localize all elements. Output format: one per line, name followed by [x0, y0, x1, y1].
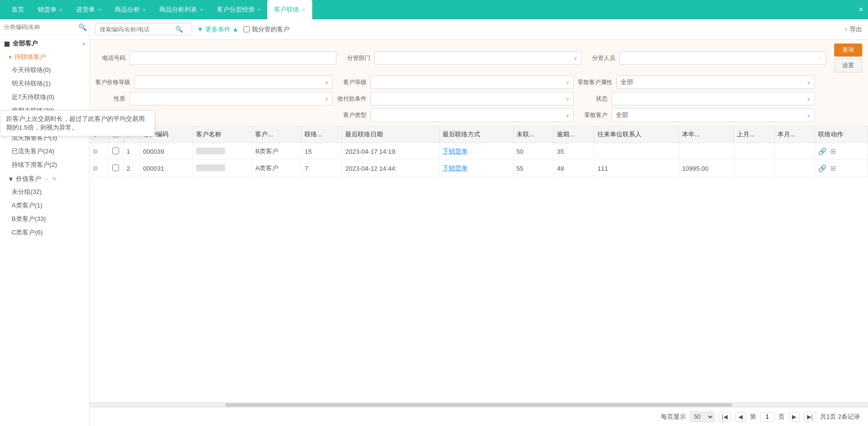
th-unit-contact: 往来单位联系人 [594, 126, 679, 143]
cell-uncontacted: 55 [513, 160, 554, 177]
table-row: ⚙1000039B类客户152023-04-17 14:19:下销货单5035🔗… [90, 143, 868, 160]
sidebar-item-unclassified[interactable]: 未分组(32) [0, 185, 89, 199]
th-this-year: 本年... [679, 126, 734, 143]
sidebar-search-input[interactable] [4, 24, 76, 30]
th-uncontacted: 未联... [513, 126, 554, 143]
cell-customer-code: 000031 [140, 160, 193, 177]
th-contact: 联络... [302, 126, 342, 143]
nature-select[interactable]: ∨ [129, 92, 333, 105]
sidebar: 🔍 ▦ 全部客户 « ▼ 待联络客户 今天待联络(0) 明天待联络(1) 近7天… [0, 19, 90, 426]
main-search-box[interactable]: 🔍 [95, 23, 192, 35]
chevron-down-icon: ··· [818, 56, 822, 61]
sidebar-item-churned[interactable]: 已流失客户(24) [0, 145, 89, 158]
cell-this-month [774, 143, 815, 160]
chevron-up-icon: ▲ [232, 26, 239, 33]
contact-method-link[interactable]: 下销货单 [442, 164, 468, 172]
price-level-select[interactable]: ∨ [134, 75, 333, 89]
anomaly-tooltip: 距客户上次交易时长，超过了此客户的平均交易周期的1.5倍，则视为异常。 [0, 110, 90, 136]
nav-product-analysis[interactable]: 商品分析 × [108, 0, 152, 19]
row-settings-icon[interactable]: ⚙ [92, 165, 98, 172]
my-customers-checkbox-container[interactable]: 我分管的客户 [244, 25, 289, 34]
th-overdue: 逾期... [554, 126, 594, 143]
last-page-button[interactable]: ▶| [804, 412, 816, 422]
action-link-icon[interactable]: 🔗 [818, 147, 826, 155]
sidebar-search-icon[interactable]: 🔍 [78, 23, 87, 31]
total-records: 共1页 2条记录 [820, 412, 860, 421]
main-search-input[interactable] [100, 26, 172, 33]
sidebar-item-today-pending[interactable]: 今天待联络(0) [0, 63, 89, 77]
th-last-month: 上月... [734, 126, 775, 143]
row-checkbox[interactable] [112, 164, 119, 171]
cell-uncontacted: 50 [513, 143, 554, 160]
chevron-down-icon: ∨ [574, 56, 577, 61]
nav-product-analysis-list[interactable]: 商品分析列表 × [152, 0, 210, 19]
customer-level-select[interactable]: ∨ [370, 75, 574, 89]
chevron-down-icon: ∨ [807, 96, 810, 102]
chevron-down-icon: ▼ [8, 55, 13, 60]
close-icon[interactable]: × [143, 7, 146, 13]
edit-icon: ✎ [52, 176, 57, 182]
settings-button[interactable]: 设置 [834, 59, 862, 73]
sidebar-item-class-c[interactable]: C类客户(6) [0, 226, 89, 239]
my-customers-checkbox[interactable] [244, 26, 250, 32]
cell-actions: 🔗⊞ [815, 160, 868, 177]
nav-customer-contact[interactable]: 客户联络 × [267, 0, 312, 19]
close-icon[interactable]: × [98, 7, 101, 13]
query-button[interactable]: 查询 [834, 44, 862, 57]
sidebar-item-declining[interactable]: 持续下滑客户(2) [0, 158, 89, 172]
cell-contact-count: 7 [302, 160, 342, 177]
retail-attribute-select[interactable]: 全部 ∨ [616, 75, 815, 89]
export-button[interactable]: ↑ 导出 [845, 25, 863, 34]
close-icon[interactable]: × [60, 7, 62, 13]
sidebar-item-7day-pending[interactable]: 近7天待联络(0) [0, 90, 89, 104]
filter-nature: 性质 ∨ [95, 92, 333, 105]
sidebar-group-pending-contact[interactable]: ▼ 待联络客户 [0, 50, 89, 63]
filter-bar: 🔍 ▼ 更多条件 ▲ 我分管的客户 ↑ 导出 [90, 19, 868, 40]
filter-manager: 分管人员 ··· [585, 51, 826, 65]
first-page-button[interactable]: |◀ [718, 412, 731, 422]
per-page-select[interactable]: 50 20 100 [690, 411, 715, 422]
action-grid-icon[interactable]: ⊞ [830, 147, 836, 155]
sidebar-item-class-a[interactable]: A类客户(1) [0, 199, 89, 212]
filter-row-2: 客户价格等级 ∨ 客户等级 ∨ 零散客户属性 全部 [95, 75, 862, 89]
search-icon[interactable]: 🔍 [175, 26, 183, 33]
department-select[interactable]: ∨ [374, 51, 581, 65]
row-settings-icon[interactable]: ⚙ [92, 148, 98, 155]
sidebar-collapse-button[interactable]: « [82, 41, 85, 46]
nav-purchase-order[interactable]: 进货单 × [69, 0, 107, 19]
payment-terms-select[interactable]: ∨ [370, 92, 574, 105]
window-close-button[interactable]: × [859, 5, 863, 14]
nav-sales-order[interactable]: 销货单 × [31, 0, 69, 19]
more-conditions-button[interactable]: ▼ 更多条件 ▲ [197, 25, 239, 34]
sidebar-value-customers-header[interactable]: ▼ 价值客户 ○ ✎ [0, 172, 89, 185]
nav-customer-segments[interactable]: 客户分层经营 × [210, 0, 267, 19]
scrollbar-thumb[interactable] [225, 403, 732, 407]
contact-method-link[interactable]: 下销货单 [442, 147, 468, 155]
prev-page-button[interactable]: ◀ [735, 412, 746, 422]
action-grid-icon[interactable]: ⊞ [830, 164, 836, 172]
horizontal-scrollbar[interactable] [90, 402, 868, 407]
page-number-input[interactable] [760, 412, 775, 422]
next-page-button[interactable]: ▶ [789, 412, 800, 422]
status-select[interactable]: ∨ [611, 92, 815, 105]
close-icon[interactable]: × [258, 7, 260, 13]
chevron-down-icon: ∨ [325, 96, 328, 102]
sidebar-item-class-b[interactable]: B类客户(33) [0, 212, 89, 226]
filter-row-1: 电话号码 分管部门 ∨ 分管人员 ··· [95, 44, 862, 73]
sidebar-item-tomorrow-pending[interactable]: 明天待联络(1) [0, 77, 89, 90]
th-last-contact-method: 最后联络方式 [439, 126, 513, 143]
nav-home[interactable]: 首页 [5, 0, 31, 19]
retail-customer-select[interactable]: 全部 ∨ [611, 108, 815, 122]
data-table-area: ⚙ # 客户编码 客户名称 客户... 联络... 最后联络日期 最后联络方式 … [90, 126, 868, 402]
filter-row-3: 性质 ∨ 收付款条件 ∨ 状态 [95, 92, 862, 105]
manager-select[interactable]: ··· [619, 51, 826, 65]
close-icon[interactable]: × [302, 7, 305, 13]
action-link-icon[interactable]: 🔗 [818, 164, 826, 172]
filter-department: 分管部门 ∨ [340, 51, 581, 65]
filter-phone: 电话号码 [95, 51, 336, 65]
close-icon[interactable]: × [200, 7, 203, 13]
chevron-down-icon: ∨ [325, 80, 328, 85]
customer-type-select[interactable]: ∨ [370, 108, 574, 122]
row-checkbox[interactable] [112, 147, 119, 154]
phone-input[interactable] [129, 51, 336, 65]
